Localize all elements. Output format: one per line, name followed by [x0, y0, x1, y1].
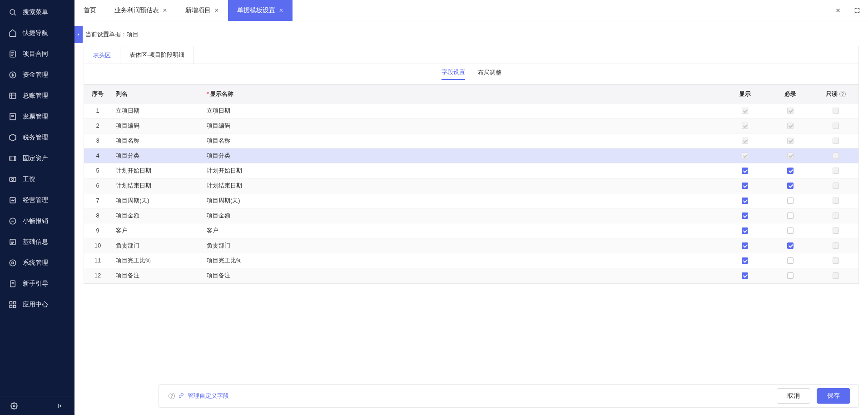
sub-tab[interactable]: 布局调整: [478, 69, 501, 79]
sidebar-item-invoice[interactable]: 发票管理: [0, 106, 74, 127]
table-row[interactable]: 8项目金额项目金额: [84, 208, 858, 223]
svg-rect-6: [10, 178, 16, 182]
cell-display[interactable]: 项目金额: [202, 208, 722, 223]
home-icon: [8, 29, 17, 38]
table-row[interactable]: 12项目备注项目备注: [84, 268, 858, 283]
table-row[interactable]: 7项目周期(天)项目周期(天): [84, 193, 858, 208]
table-row[interactable]: 11项目完工比%项目完工比%: [84, 253, 858, 268]
close-icon[interactable]: ✕: [163, 7, 167, 14]
search-icon: [8, 8, 17, 17]
cell-display[interactable]: 项目名称: [202, 133, 722, 148]
info-strip: 当前设置单据：项目: [74, 26, 868, 43]
cancel-button[interactable]: 取消: [777, 388, 810, 404]
cell-colname: 负责部门: [111, 238, 202, 253]
help-icon[interactable]: ?: [169, 393, 175, 399]
cell-display[interactable]: 项目完工比%: [202, 253, 722, 268]
sidebar-item-label: 快捷导航: [23, 29, 48, 37]
readonly-checkbox: [833, 272, 839, 279]
sidebar-item-system[interactable]: 系统管理: [0, 252, 74, 273]
table-row[interactable]: 2项目编码项目编码: [84, 118, 858, 133]
close-icon[interactable]: ✕: [279, 7, 283, 14]
sidebar-item-reimburse[interactable]: 小畅报销: [0, 211, 74, 232]
sidebar-item-business[interactable]: 经营管理: [0, 190, 74, 211]
cell-colname: 计划开始日期: [111, 163, 202, 178]
page-tab[interactable]: 业务利润预估表✕: [105, 0, 176, 21]
show-checkbox[interactable]: [742, 272, 748, 279]
cell-display[interactable]: 项目周期(天): [202, 193, 722, 208]
fullscreen-icon[interactable]: [851, 4, 863, 17]
required-checkbox[interactable]: [787, 272, 794, 279]
panel-tab[interactable]: 表体区-项目阶段明细: [120, 46, 194, 64]
required-checkbox[interactable]: [787, 198, 794, 204]
sub-tab[interactable]: 字段设置: [441, 68, 465, 80]
page-tab[interactable]: 新增项目✕: [176, 0, 228, 21]
panel-tab[interactable]: 表头区: [84, 46, 120, 64]
required-checkbox[interactable]: [787, 183, 794, 189]
sidebar-item-label: 固定资产: [23, 154, 48, 163]
required-checkbox[interactable]: [787, 212, 794, 219]
show-checkbox: [742, 123, 748, 129]
sidebar-item-ledger[interactable]: 总账管理: [0, 85, 74, 106]
cell-display[interactable]: 计划开始日期: [202, 163, 722, 178]
cell-display[interactable]: 项目分类: [202, 148, 722, 163]
sidebar-item-tax[interactable]: 税务管理: [0, 127, 74, 148]
sidebar-item-salary[interactable]: 工资: [0, 169, 74, 190]
sidebar-item-label: 应用中心: [23, 301, 48, 309]
custom-fields-link[interactable]: 管理自定义字段: [188, 392, 229, 400]
show-checkbox[interactable]: [742, 257, 748, 264]
page-tab[interactable]: 首页: [74, 0, 105, 21]
svg-point-18: [13, 405, 15, 407]
field-table: 序号 列名 *显示名称 显示 必录 只读? 1立项日期立项日期2项目编码项目编码…: [84, 84, 859, 284]
collapse-icon[interactable]: [56, 402, 64, 410]
show-checkbox[interactable]: [742, 242, 748, 249]
table-row[interactable]: 3项目名称项目名称: [84, 133, 858, 148]
required-checkbox[interactable]: [787, 242, 794, 249]
show-checkbox[interactable]: [742, 227, 748, 234]
cell-display[interactable]: 项目编码: [202, 118, 722, 133]
page-tab[interactable]: 单据模板设置✕: [228, 0, 293, 21]
cell-seq: 3: [84, 133, 111, 148]
required-checkbox[interactable]: [787, 257, 794, 264]
sidebar-item-money[interactable]: 资金管理: [0, 64, 74, 85]
table-row[interactable]: 1立项日期立项日期: [84, 103, 858, 118]
readonly-checkbox: [833, 168, 839, 174]
reimburse-icon: [8, 217, 17, 226]
business-icon: [8, 196, 17, 205]
help-icon[interactable]: ?: [839, 91, 846, 97]
cell-seq: 7: [84, 193, 111, 208]
cell-seq: 6: [84, 178, 111, 193]
sidebar-item-label: 发票管理: [23, 113, 48, 121]
sidebar-item-contract[interactable]: 项目合同: [0, 44, 74, 64]
table-row[interactable]: 6计划结束日期计划结束日期: [84, 178, 858, 193]
info-handle[interactable]: [74, 26, 83, 43]
required-checkbox[interactable]: [787, 227, 794, 234]
show-checkbox[interactable]: [742, 168, 748, 174]
sidebar-item-home[interactable]: 快捷导航: [0, 23, 74, 44]
link-icon: [179, 393, 184, 400]
sidebar-item-label: 经营管理: [23, 196, 48, 204]
close-all-icon[interactable]: [832, 4, 844, 17]
show-checkbox[interactable]: [742, 212, 748, 219]
th-colname: 列名: [111, 85, 202, 103]
cell-display[interactable]: 负责部门: [202, 238, 722, 253]
cell-display[interactable]: 客户: [202, 223, 722, 238]
close-icon[interactable]: ✕: [214, 7, 219, 14]
cell-display[interactable]: 项目备注: [202, 268, 722, 283]
table-row[interactable]: 4项目分类项目分类: [84, 148, 858, 163]
table-row[interactable]: 9客户客户: [84, 223, 858, 238]
sidebar-item-apps[interactable]: 应用中心: [0, 294, 74, 315]
show-checkbox[interactable]: [742, 183, 748, 189]
sidebar-item-guide[interactable]: 新手引导: [0, 273, 74, 294]
sidebar-item-info[interactable]: 基础信息: [0, 232, 74, 252]
gear-icon[interactable]: [10, 402, 18, 410]
show-checkbox[interactable]: [742, 198, 748, 204]
table-row[interactable]: 10负责部门负责部门: [84, 238, 858, 253]
cell-display[interactable]: 立项日期: [202, 103, 722, 118]
table-row[interactable]: 5计划开始日期计划开始日期: [84, 163, 858, 178]
sidebar-item-asset[interactable]: 固定资产: [0, 148, 74, 169]
cell-seq: 8: [84, 208, 111, 223]
required-checkbox[interactable]: [787, 168, 794, 174]
cell-display[interactable]: 计划结束日期: [202, 178, 722, 193]
sidebar-item-search[interactable]: 搜索菜单: [0, 2, 74, 23]
save-button[interactable]: 保存: [817, 388, 850, 404]
